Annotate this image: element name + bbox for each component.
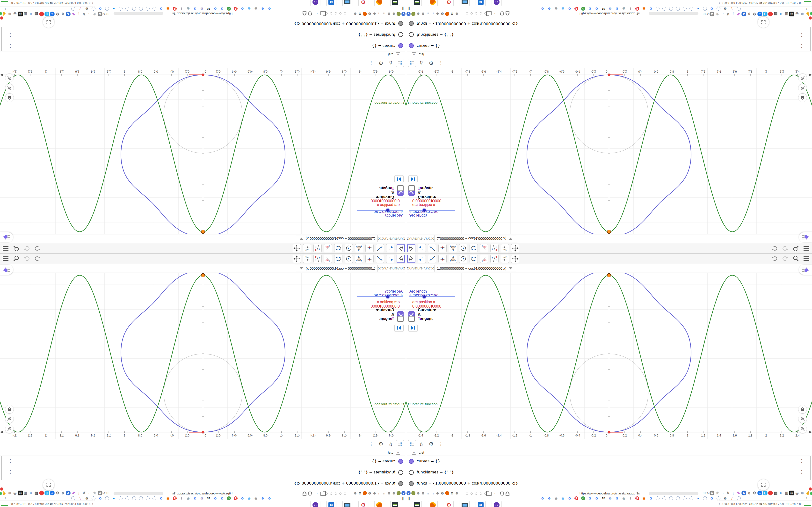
dock-file-manager[interactable] <box>390 501 400 507</box>
bookmark-blue-icon[interactable]: Y <box>401 12 406 16</box>
translate-icon[interactable]: A <box>742 12 746 16</box>
favicon-google-5[interactable]: G <box>595 496 599 500</box>
favicon-google-6[interactable]: G <box>615 496 619 500</box>
view-switcher-card[interactable] <box>799 232 812 242</box>
visibility-toggle[interactable] <box>409 32 414 37</box>
olive-app-icon[interactable] <box>397 12 401 16</box>
tool-slider[interactable]: a=2 <box>501 244 509 252</box>
tool-line-through-two-points[interactable] <box>428 244 436 252</box>
kebab-menu-icon[interactable]: ⋮ <box>800 32 804 38</box>
overflow-chevron-icon[interactable]: ∧ <box>805 496 808 500</box>
globe-4-icon[interactable]: ⊕ <box>353 491 357 495</box>
favicon-badge-8[interactable] <box>92 7 95 11</box>
kebab-menu-icon[interactable]: ⋮ <box>8 458 12 463</box>
wrench-icon[interactable]: ⚙ <box>367 491 372 495</box>
back-icon[interactable]: ← <box>493 11 499 17</box>
list-group-row[interactable]: − List <box>0 449 406 456</box>
algebra-row-funcNames[interactable]: funcNames = {" "} ⋮ <box>406 467 812 478</box>
scrollbar[interactable] <box>810 27 811 51</box>
tool-perpendicular-line[interactable] <box>439 255 447 263</box>
view-switcher-card[interactable] <box>0 265 13 275</box>
arc-length-slider-thumb[interactable] <box>422 294 426 299</box>
play-pause-button[interactable] <box>408 175 418 183</box>
add-blue-icon[interactable]: + <box>50 491 55 495</box>
favicon-google-2[interactable]: G <box>547 496 551 500</box>
hook-2-icon[interactable]: ∩ <box>430 12 435 16</box>
tool-conic-five-points[interactable] <box>334 244 343 252</box>
shield-icon[interactable] <box>308 12 312 16</box>
updown-blue-icon[interactable]: U <box>45 491 49 495</box>
tool-line-through-two-points[interactable] <box>376 255 384 263</box>
algebra-row-funcNames[interactable]: funcNames = {" "} ⋮ <box>406 29 812 40</box>
search-icon[interactable] <box>792 255 800 262</box>
arc-position-slider[interactable] <box>409 306 455 306</box>
tool-line-through-two-points[interactable] <box>376 244 384 252</box>
arc-position-slider[interactable] <box>357 306 403 306</box>
arc-length-slider[interactable] <box>409 210 455 211</box>
forward-icon[interactable]: → <box>720 491 725 495</box>
record-red-icon[interactable] <box>768 12 773 16</box>
dock-settings-red[interactable]: ⚙ <box>358 0 368 6</box>
favicon-badge-4[interactable] <box>132 7 136 11</box>
dock-file-manager[interactable] <box>412 501 422 507</box>
ubuntu-badge-icon[interactable]: UD <box>18 12 23 16</box>
favicon-google-3[interactable]: G <box>241 7 244 11</box>
favicon-badge-7[interactable] <box>105 496 109 500</box>
favicon-badge-4[interactable] <box>676 496 680 500</box>
collapse-icon[interactable]: − <box>412 52 416 56</box>
hook-1-icon[interactable]: ∩ <box>382 12 386 16</box>
arc-position-slider[interactable] <box>357 201 403 201</box>
favicon-flower-blue[interactable]: ⚙ <box>608 7 612 11</box>
view-switcher-card[interactable] <box>0 232 13 242</box>
overflow-chevron-icon[interactable]: ∧ <box>4 496 7 500</box>
ubuntu-badge-icon[interactable]: UD <box>789 12 794 16</box>
collapse-icon[interactable]: − <box>412 451 416 455</box>
favicon-google-2[interactable]: G <box>547 7 551 11</box>
arc-length-slider-thumb[interactable] <box>386 208 390 213</box>
favicon-badge-9[interactable] <box>737 7 741 11</box>
visibility-toggle[interactable] <box>409 470 414 475</box>
dock-firefox[interactable] <box>374 501 384 507</box>
record-red-icon[interactable] <box>39 491 44 495</box>
algebra-style-icon[interactable] <box>408 440 416 448</box>
olive-app-icon[interactable] <box>411 12 415 16</box>
graphics-view[interactable]: -2.4-2.2-2-1.8-1.6-1.4-1.2-1-0.8-0.6-0.4… <box>406 68 812 234</box>
shield-icon[interactable] <box>308 492 312 496</box>
arc-position-slider[interactable] <box>409 201 455 201</box>
favicon-picture-orange[interactable]: ▣ <box>166 496 170 500</box>
menu-icon[interactable] <box>803 255 810 262</box>
url-text[interactable]: https://www.geogebra.org/classic/aagcxh3… <box>579 12 640 15</box>
arc-length-slider[interactable] <box>409 296 455 297</box>
cookie-icon[interactable]: 0 <box>747 12 752 16</box>
menu-icon[interactable] <box>803 245 810 252</box>
home-button[interactable] <box>5 94 13 102</box>
tool-move[interactable] <box>407 255 415 263</box>
favicon-wikipedia[interactable]: W <box>602 7 605 11</box>
dock-purple-chat[interactable] <box>492 0 501 6</box>
dock-emulator-64[interactable]: 64 <box>326 501 336 507</box>
algebra-style-icon[interactable] <box>408 59 416 67</box>
hand-icon[interactable]: ☝ <box>2 491 7 495</box>
favicon-f-red[interactable]: f <box>78 7 82 11</box>
tool-circle-center-point[interactable] <box>459 244 467 252</box>
tool-point[interactable]: A <box>418 244 426 252</box>
redo-icon[interactable] <box>23 255 31 262</box>
shield-icon[interactable] <box>500 12 504 16</box>
visibility-toggle[interactable] <box>409 459 414 464</box>
favicon-badge-9[interactable] <box>71 7 75 11</box>
scrollbar[interactable] <box>1 456 2 480</box>
trash-icon[interactable]: ▤ <box>773 491 778 495</box>
favicon-badge-6[interactable] <box>690 496 693 500</box>
favicon-google-2[interactable]: G <box>261 7 265 11</box>
url-text[interactable]: https://www.geogebra.org/classic/aagcxh3… <box>172 492 233 495</box>
favicon-google-4[interactable]: G <box>220 496 224 500</box>
globe-2-icon[interactable]: ⊕ <box>387 12 391 16</box>
globe-color-icon[interactable]: ⊛ <box>779 491 783 495</box>
dock-emulator-64[interactable]: 64 <box>326 0 336 6</box>
favicon-disc-slate[interactable]: ◉ <box>622 7 626 11</box>
lock-icon[interactable] <box>303 11 306 14</box>
arc-position-slider-thumb[interactable] <box>379 200 382 202</box>
record-red-icon[interactable] <box>39 12 44 16</box>
add-blue-icon[interactable]: + <box>50 12 55 16</box>
tool-angle[interactable]: α <box>324 255 332 263</box>
